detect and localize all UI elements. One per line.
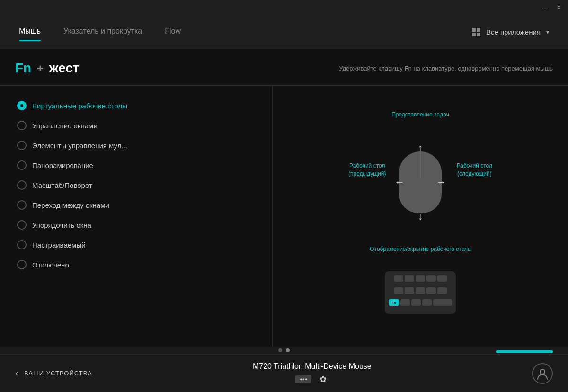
page-dots: [278, 348, 290, 352]
main-content: Fn + жест Удерживайте клавишу Fn на клав…: [0, 49, 568, 354]
option-label-window-management: Управление окнами: [32, 122, 98, 130]
radio-disabled: [17, 260, 27, 269]
kbd-key: [437, 275, 447, 282]
option-label-panoramic: Панорамирование: [32, 161, 93, 169]
kbd-key: [405, 287, 414, 294]
direction-label-right: Рабочий стол(следующий): [457, 162, 492, 178]
device-icons: ●●● ✿: [295, 374, 328, 385]
mouse-shape: [399, 151, 442, 213]
keyboard-illustration: Fn: [385, 271, 456, 314]
option-arrange-windows[interactable]: Упорядочить окна: [15, 216, 257, 233]
chevron-down-icon: ▾: [546, 29, 549, 36]
kbd-key: [394, 287, 403, 294]
option-panoramic[interactable]: Панорамирование: [15, 157, 257, 174]
user-avatar[interactable]: [532, 363, 553, 384]
kbd-key: [416, 287, 425, 294]
direction-label-bottom: Отображение/скрытие рабочего стола: [370, 246, 471, 253]
svg-point-0: [540, 369, 545, 374]
radio-custom: [17, 240, 27, 249]
scrollbar-track[interactable]: [496, 350, 553, 353]
fn-key-special: Fn: [389, 299, 399, 306]
option-window-management[interactable]: Управление окнами: [15, 117, 257, 134]
kbd-key: [400, 299, 410, 306]
option-disabled[interactable]: Отключено: [15, 256, 257, 273]
option-switch-windows[interactable]: Переход между окнами: [15, 196, 257, 214]
tab-bar: Мышь Указатель и прокрутка Flow Все прил…: [0, 15, 568, 49]
arrow-down: ↓: [418, 210, 423, 223]
radio-switch-windows: [17, 200, 27, 210]
apps-grid-icon: [472, 28, 480, 36]
section-header: Fn + жест Удерживайте клавишу Fn на клав…: [0, 49, 568, 86]
option-scale-rotate[interactable]: Масштаб/Поворот: [15, 177, 257, 194]
radio-media-controls: [17, 141, 27, 150]
back-to-devices[interactable]: ‹ ВАШИ УСТРОЙСТВА: [15, 368, 92, 378]
keyboard-area: Fn: [385, 264, 456, 314]
option-label-media-controls: Элементы управления мул...: [32, 142, 127, 150]
kbd-key: [426, 275, 436, 282]
tab-mouse[interactable]: Мышь: [19, 27, 41, 37]
minimize-button[interactable]: —: [541, 4, 548, 11]
all-apps-section[interactable]: Все приложения ▾: [472, 28, 549, 36]
kbd-key-wide: [433, 299, 452, 306]
kbd-key: [422, 299, 432, 306]
plus-sign: +: [37, 62, 44, 75]
kbd-key: [394, 275, 403, 282]
kbd-row-1: [389, 275, 452, 286]
kbd-row-3: Fn: [389, 299, 452, 310]
radio-scale-rotate: [17, 180, 27, 190]
tab-flow[interactable]: Flow: [165, 27, 181, 37]
close-button[interactable]: ✕: [556, 4, 562, 11]
kbd-key: [416, 275, 425, 282]
battery-icon: ●●●: [295, 375, 311, 383]
options-panel: Виртуальные рабочие столы Управление окн…: [0, 86, 273, 347]
device-name: M720 Triathlon Multi-Device Mouse: [253, 362, 372, 371]
arrow-left: ←: [394, 176, 405, 188]
option-label-custom: Настраиваемый: [32, 241, 86, 249]
section-hint: Удерживайте клавишу Fn на клавиатуре, од…: [339, 65, 553, 72]
section-title: Fn + жест: [15, 61, 80, 76]
tab-pointer[interactable]: Указатель и прокрутка: [63, 27, 142, 37]
kbd-key: [405, 275, 414, 282]
all-apps-label: Все приложения: [486, 28, 541, 36]
kbd-key: [411, 299, 421, 306]
kbd-row-2: [389, 287, 452, 298]
option-label-switch-windows: Переход между окнами: [32, 201, 109, 209]
footer-center: M720 Triathlon Multi-Device Mouse ●●● ✿: [92, 362, 532, 385]
option-label-arrange-windows: Упорядочить окна: [32, 221, 91, 229]
option-label-disabled: Отключено: [32, 261, 69, 269]
direction-label-left: Рабочий стол(предыдущий): [348, 162, 386, 178]
fn-key-label: Fn: [15, 61, 31, 75]
option-media-controls[interactable]: Элементы управления мул...: [15, 137, 257, 154]
kbd-key: [437, 287, 447, 294]
footer: ‹ ВАШИ УСТРОЙСТВА M720 Triathlon Multi-D…: [0, 354, 568, 392]
arrow-right: →: [436, 176, 446, 188]
option-label-virtual-desktops: Виртуальные рабочие столы: [32, 102, 127, 110]
content-area: Виртуальные рабочие столы Управление окн…: [0, 86, 568, 347]
back-label: ВАШИ УСТРОЙСТВА: [24, 370, 92, 377]
back-arrow-icon: ‹: [15, 368, 18, 378]
option-label-scale-rotate: Масштаб/Поворот: [32, 181, 92, 189]
page-dot-2: [286, 348, 290, 352]
kbd-key: [426, 287, 436, 294]
flower-icon: ✿: [317, 374, 328, 385]
page-dot-1: [278, 348, 282, 352]
scrollbar-thumb: [496, 350, 553, 353]
content-bottom: [0, 347, 568, 354]
mouse-diagram: Представление задач ↑ ← → Рабочий стол(п…: [345, 107, 496, 258]
direction-label-top: Представление задач: [391, 111, 449, 119]
tabs-container: Мышь Указатель и прокрутка Flow: [19, 27, 472, 37]
radio-panoramic: [17, 160, 27, 170]
radio-arrange-windows: [17, 220, 27, 230]
radio-window-management: [17, 121, 27, 130]
option-virtual-desktops[interactable]: Виртуальные рабочие столы: [15, 97, 257, 114]
title-bar: — ✕: [0, 0, 568, 15]
radio-virtual-desktops: [17, 101, 27, 110]
gesture-text: жест: [49, 61, 80, 75]
option-custom[interactable]: Настраиваемый: [15, 236, 257, 253]
visual-panel: Представление задач ↑ ← → Рабочий стол(п…: [273, 86, 568, 347]
mouse-body: [399, 151, 442, 213]
